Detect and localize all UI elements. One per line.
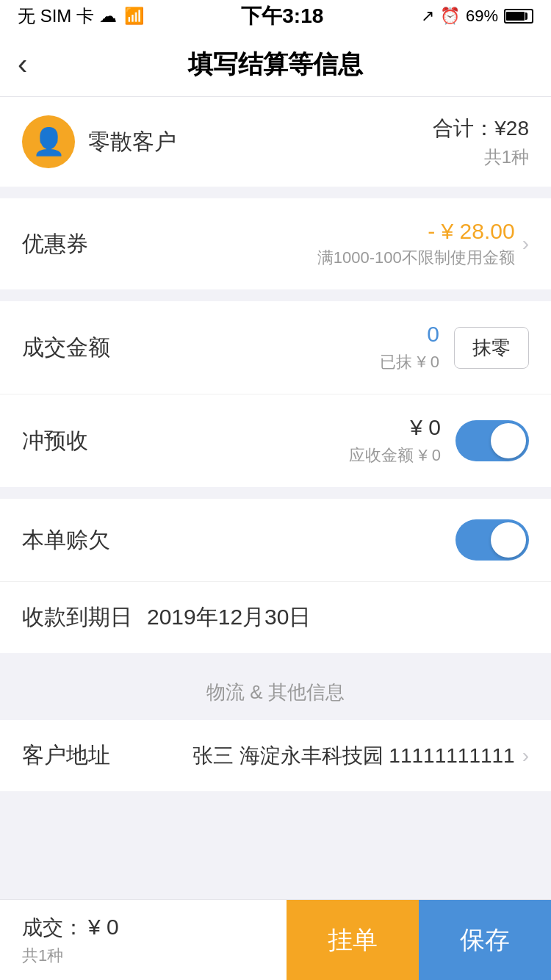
coupon-desc: 满1000-100不限制使用金额 [317, 247, 515, 269]
nav-bar: ‹ 填写结算等信息 [0, 32, 551, 97]
deal-amount-value-container: 0 已抹 ¥ 0 [380, 322, 439, 373]
coupon-right: - ¥ 28.00 满1000-100不限制使用金额 › [317, 219, 529, 269]
prepay-right: ¥ 0 应收金额 ¥ 0 [349, 415, 529, 466]
status-right: ↗ ⏰ 69% [421, 7, 533, 26]
due-date-row: 收款到期日 2019年12月30日 [0, 581, 551, 653]
debt-label: 本单赊欠 [22, 525, 110, 555]
bottom-deal-value: ¥ 0 [88, 915, 119, 940]
avatar-icon: 👤 [32, 126, 65, 157]
bottom-info: 成交： ¥ 0 共1种 [0, 914, 287, 967]
battery-icon [504, 9, 533, 24]
battery-percent: 69% [466, 7, 498, 26]
bottom-bar: 成交： ¥ 0 共1种 挂单 保存 [0, 899, 551, 980]
location-icon: ↗ [421, 7, 434, 26]
coupon-label: 优惠券 [22, 229, 88, 259]
due-date-label: 收款到期日 [22, 602, 132, 633]
prepay-row: 冲预收 ¥ 0 应收金额 ¥ 0 [0, 394, 551, 487]
deal-amount-value[interactable]: 0 [380, 322, 439, 347]
wifi-icon: 📶 [124, 7, 144, 26]
section-divider [0, 653, 551, 665]
address-value: 张三 海淀永丰科技园 11111111111 [118, 742, 515, 770]
page-title: 填写结算等信息 [188, 48, 363, 82]
save-button[interactable]: 保存 [419, 900, 551, 981]
hang-button[interactable]: 挂单 [287, 900, 419, 981]
deal-amount-section: 成交金额 0 已抹 ¥ 0 抹零 冲预收 ¥ 0 应收金额 ¥ 0 [0, 301, 551, 487]
due-date-value[interactable]: 2019年12月30日 [147, 602, 311, 633]
customer-total: 合计：¥28 [433, 115, 529, 143]
deal-amount-right: 0 已抹 ¥ 0 抹零 [380, 322, 529, 373]
status-bar: 无 SIM 卡 ☁ 📶 下午3:18 ↗ ⏰ 69% [0, 0, 551, 32]
customer-info-right: 合计：¥28 共1种 [433, 115, 529, 169]
debt-toggle-knob [491, 522, 526, 558]
address-chevron-icon: › [522, 744, 529, 768]
bottom-deal: 成交： ¥ 0 [22, 914, 264, 942]
bottom-deal-label: 成交： [22, 914, 84, 942]
debt-section: 本单赊欠 收款到期日 2019年12月30日 [0, 499, 551, 653]
status-time: 下午3:18 [241, 2, 323, 30]
address-section[interactable]: 客户地址 张三 海淀永丰科技园 11111111111 › [0, 720, 551, 791]
coupon-amount: - ¥ 28.00 [317, 219, 515, 244]
prepay-toggle[interactable] [455, 420, 529, 461]
content-area: 👤 零散客户 合计：¥28 共1种 优惠券 - ¥ 28.00 满1000-10… [0, 97, 551, 879]
prepay-value-container: ¥ 0 应收金额 ¥ 0 [349, 415, 441, 466]
back-button[interactable]: ‹ [18, 48, 27, 81]
coupon-info: - ¥ 28.00 满1000-100不限制使用金额 [317, 219, 515, 269]
debt-toggle[interactable] [455, 519, 529, 561]
deal-amount-label: 成交金额 [22, 333, 125, 363]
toggle-knob [491, 423, 526, 458]
prepay-value: ¥ 0 [349, 415, 441, 440]
round-zero-button[interactable]: 抹零 [454, 327, 529, 369]
avatar: 👤 [22, 115, 75, 168]
coupon-row[interactable]: 优惠券 - ¥ 28.00 满1000-100不限制使用金额 › [0, 198, 551, 289]
logistics-label: 物流 & 其他信息 [206, 681, 345, 703]
deal-amount-sub: 已抹 ¥ 0 [380, 351, 439, 373]
status-left: 无 SIM 卡 ☁ 📶 [18, 4, 144, 28]
alarm-icon: ⏰ [440, 7, 460, 26]
address-row[interactable]: 客户地址 张三 海淀永丰科技园 11111111111 › [0, 720, 551, 791]
customer-count: 共1种 [433, 145, 529, 169]
bottom-count: 共1种 [22, 945, 264, 967]
customer-name: 零散客户 [88, 127, 176, 157]
debt-row: 本单赊欠 [0, 499, 551, 581]
prepay-label: 冲预收 [22, 426, 125, 456]
prepay-sub: 应收金额 ¥ 0 [349, 444, 441, 466]
chevron-right-icon: › [522, 232, 529, 256]
sim-label: 无 SIM 卡 ☁ [18, 4, 117, 28]
deal-amount-row: 成交金额 0 已抹 ¥ 0 抹零 [0, 301, 551, 394]
customer-info-left: 👤 零散客户 [22, 115, 176, 168]
address-label: 客户地址 [22, 741, 110, 771]
logistics-header: 物流 & 其他信息 [0, 665, 551, 720]
customer-row: 👤 零散客户 合计：¥28 共1种 [0, 97, 551, 187]
